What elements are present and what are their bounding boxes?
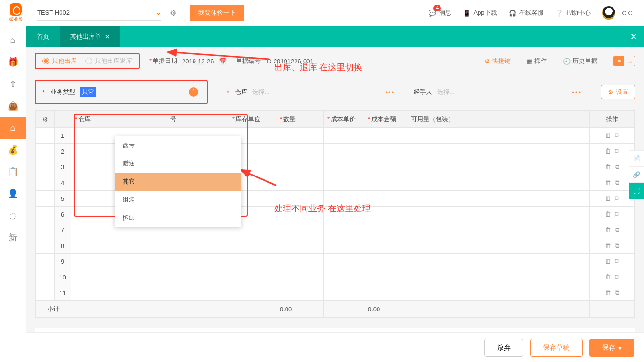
settings-button[interactable]: ⚙设置 bbox=[601, 85, 635, 99]
more-icon[interactable]: ••• bbox=[385, 89, 395, 96]
delete-icon[interactable]: 🗑 bbox=[605, 289, 611, 296]
view-toggle[interactable]: ≡ ▭ bbox=[613, 56, 635, 66]
copy-icon[interactable]: ⧉ bbox=[615, 289, 619, 296]
radio-other-out-return[interactable]: 其他出库退库 bbox=[85, 57, 132, 65]
radio-other-out[interactable]: 其他出库 bbox=[42, 57, 77, 65]
subtotal-row: 小计 0.00 0.00 bbox=[36, 301, 635, 318]
doc-type-radio-group: 其他出库 其他出库退库 bbox=[35, 53, 140, 69]
save-draft-button[interactable]: 保存草稿 bbox=[530, 339, 583, 357]
calendar-icon[interactable]: 📅 bbox=[219, 58, 226, 65]
try-button[interactable]: 我要体验一下 bbox=[190, 5, 244, 21]
biztype-field[interactable]: * 业务类型 其它 ˄ bbox=[35, 80, 208, 104]
copy-icon[interactable]: ⧉ bbox=[615, 132, 619, 139]
view-list-icon[interactable]: ≡ bbox=[614, 56, 624, 66]
sidebar: ⌂ 🎁 ⇧ 👜 ⌂ 💰 📋 👤 ◌ 新 bbox=[0, 26, 26, 362]
dock-link-icon[interactable]: 🔗 bbox=[629, 166, 644, 183]
close-icon[interactable]: ✕ bbox=[105, 33, 110, 40]
warehouse-field[interactable]: * 仓库 选择... ••• bbox=[227, 88, 395, 97]
col-cost: *成本金额 bbox=[364, 111, 407, 128]
radio-dot-icon bbox=[42, 58, 49, 64]
copy-icon[interactable]: ⧉ bbox=[615, 273, 619, 280]
nav-clipboard-icon[interactable]: 📋 bbox=[0, 161, 26, 183]
copy-icon[interactable]: ⧉ bbox=[615, 258, 619, 265]
shortcut-link[interactable]: ⚙快捷键 bbox=[484, 57, 511, 65]
operate-link[interactable]: ▦操作 bbox=[527, 57, 547, 65]
save-button[interactable]: 保存▾ bbox=[589, 339, 634, 357]
delete-icon[interactable]: 🗑 bbox=[605, 179, 611, 186]
nav-in-icon[interactable]: ⇧ bbox=[0, 73, 26, 95]
headset-icon: 🎧 bbox=[509, 10, 516, 17]
delete-icon[interactable]: 🗑 bbox=[605, 273, 611, 280]
copy-icon[interactable]: ⧉ bbox=[615, 195, 619, 202]
dropdown-item[interactable]: 其它 bbox=[115, 173, 241, 191]
app-download-link[interactable]: 📱 App下载 bbox=[463, 9, 497, 17]
history-link[interactable]: 🕘历史单据 bbox=[563, 57, 597, 65]
dropdown-item[interactable]: 赠送 bbox=[115, 155, 241, 173]
messages-link[interactable]: 💬 消息 4 bbox=[429, 9, 451, 17]
nav-home-icon[interactable]: ⌂ bbox=[0, 29, 26, 51]
date-label: *单据日期 bbox=[149, 57, 177, 65]
chevron-down-icon: ⌄ bbox=[156, 9, 161, 16]
avatar bbox=[602, 6, 615, 20]
date-value[interactable]: 2019-12-26 bbox=[182, 58, 214, 65]
dropdown-item[interactable]: 拆卸 bbox=[115, 209, 241, 227]
nav-contact-icon[interactable]: 👤 bbox=[0, 183, 26, 205]
delete-icon[interactable]: 🗑 bbox=[605, 195, 611, 202]
copy-icon[interactable]: ⧉ bbox=[615, 163, 619, 170]
copy-icon[interactable]: ⧉ bbox=[615, 226, 619, 233]
gear-icon: ⚙ bbox=[608, 89, 613, 96]
nav-warehouse-icon[interactable]: ⌂ bbox=[0, 117, 26, 139]
nav-new-icon[interactable]: 新 bbox=[0, 227, 26, 248]
table-row[interactable]: 9🗑⧉ bbox=[36, 254, 635, 269]
user-menu[interactable]: C C bbox=[602, 6, 633, 20]
col-settings[interactable]: ⚙ bbox=[36, 111, 55, 128]
delete-icon[interactable]: 🗑 bbox=[605, 258, 611, 265]
nav-sync-icon[interactable]: ◌ bbox=[0, 205, 26, 227]
table-row[interactable]: 10🗑⧉ bbox=[36, 269, 635, 285]
dropdown-item[interactable]: 组装 bbox=[115, 191, 241, 209]
copy-icon[interactable]: ⧉ bbox=[615, 242, 619, 249]
table-row[interactable]: 11🗑⧉ bbox=[36, 285, 635, 301]
account-select[interactable]: TEST-H002 ⌄ bbox=[37, 5, 161, 21]
dropdown-item[interactable]: 盘亏 bbox=[115, 136, 241, 155]
delete-icon[interactable]: 🗑 bbox=[605, 163, 611, 170]
copy-icon[interactable]: ⧉ bbox=[615, 147, 619, 155]
chevron-up-icon[interactable]: ˄ bbox=[189, 87, 198, 97]
tab-home[interactable]: 首页 bbox=[26, 26, 60, 47]
copy-icon[interactable]: ⧉ bbox=[615, 210, 619, 217]
nav-bag-icon[interactable]: 👜 bbox=[0, 95, 26, 117]
tab-other-out[interactable]: 其他出库单 ✕ bbox=[60, 26, 120, 47]
delete-icon[interactable]: 🗑 bbox=[605, 210, 611, 217]
more-icon[interactable]: ••• bbox=[572, 89, 582, 96]
delete-icon[interactable]: 🗑 bbox=[605, 226, 611, 233]
history-icon: 🕘 bbox=[563, 58, 571, 65]
gear-icon: ⚙ bbox=[484, 58, 490, 65]
delete-icon[interactable]: 🗑 bbox=[605, 147, 611, 155]
col-price: *成本单价 bbox=[324, 111, 364, 128]
warehouse-label: 仓库 bbox=[235, 88, 247, 96]
view-card-icon[interactable]: ▭ bbox=[624, 56, 635, 66]
right-dock: 📄 🔗 ⛶ bbox=[629, 150, 644, 199]
dock-expand-icon[interactable]: ⛶ bbox=[629, 183, 644, 199]
handler-placeholder: 选择... bbox=[437, 88, 567, 97]
delete-icon[interactable]: 🗑 bbox=[605, 132, 611, 139]
handler-field[interactable]: 经手人 选择... ••• bbox=[414, 88, 582, 97]
biztype-dropdown[interactable]: 盘亏赠送其它组装拆卸 bbox=[115, 136, 241, 227]
discard-button[interactable]: 放弃 bbox=[484, 339, 523, 357]
nav-money-icon[interactable]: 💰 bbox=[0, 139, 26, 161]
chevron-down-icon: ▾ bbox=[618, 344, 622, 352]
annotation-2: 处理不同业务 在这里处理 bbox=[274, 203, 371, 214]
service-link[interactable]: 🎧 在线客服 bbox=[509, 9, 544, 17]
col-no: 号 bbox=[166, 111, 228, 128]
gear-icon[interactable]: ⚙ bbox=[170, 9, 176, 18]
col-unit: *库存单位 bbox=[228, 111, 276, 128]
help-icon: ❔ bbox=[555, 10, 563, 17]
logo-icon bbox=[10, 3, 22, 16]
dock-note-icon[interactable]: 📄 bbox=[629, 150, 644, 166]
delete-icon[interactable]: 🗑 bbox=[605, 242, 611, 249]
close-all-tabs[interactable]: ✕ bbox=[623, 26, 644, 47]
copy-icon[interactable]: ⧉ bbox=[615, 179, 619, 186]
table-row[interactable]: 8🗑⧉ bbox=[36, 238, 635, 254]
help-link[interactable]: ❔ 帮助中心 bbox=[555, 9, 591, 17]
nav-gift-icon[interactable]: 🎁 bbox=[0, 51, 26, 73]
